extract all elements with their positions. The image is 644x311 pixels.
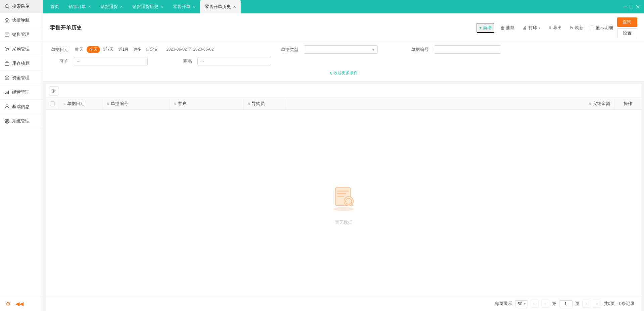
sort-icon[interactable]: ⇅ [63, 102, 66, 106]
page-header: 零售开单历史 + 新增 🗑 删除 🖨 打印 ▾ ⬆ 导出 ↻ [43, 13, 644, 41]
sidebar-item-label: 经营管理 [12, 89, 30, 95]
date-option-last-month[interactable]: 近1月 [117, 46, 130, 53]
tab-bar-right: ─ □ ✕ [623, 4, 641, 10]
date-option-more[interactable]: 更多 [132, 46, 143, 53]
sidebar-item-purchase[interactable]: 采购管理 [0, 42, 43, 56]
window-minimize-icon[interactable]: ─ [623, 4, 627, 10]
search-icon [4, 3, 10, 9]
collapse-more-btn[interactable]: ∧ 收起更多条件 [328, 69, 359, 77]
query-button[interactable]: 查询 [617, 17, 637, 27]
sidebar-item-label: 销售管理 [12, 32, 30, 38]
delete-label: 删除 [506, 25, 515, 31]
first-page-btn[interactable]: « [531, 300, 539, 308]
date-option-today[interactable]: 今天 [87, 46, 100, 53]
main-area: 首页 销售订单 ✕ 销货退货 ✕ 销货退货历史 ✕ 零售开单 ✕ 零售开单历史 … [43, 0, 644, 311]
tab-return-goods-close[interactable]: ✕ [120, 5, 123, 9]
svg-point-13 [6, 105, 8, 107]
doc-number-label: 单据编号 [410, 47, 429, 53]
checkbox-display [590, 25, 594, 30]
sidebar-item-quick-nav[interactable]: 快捷导航 [0, 13, 43, 28]
sort-icon[interactable]: ⇅ [174, 102, 177, 106]
tab-return-goods[interactable]: 销货退货 ✕ [96, 0, 128, 13]
th-customer: ⇅ 客户 [170, 98, 244, 109]
empty-illustration [327, 180, 360, 214]
display-details-toggle[interactable]: 显示明细 [590, 25, 613, 31]
page-label-post: 页 [575, 301, 580, 307]
settings-button[interactable]: 设置 [617, 28, 637, 38]
current-page-input[interactable] [559, 300, 573, 307]
table-header: ⇅ 单据日期 ⇅ 单据编号 ⇅ 客户 ⇅ 导购员 ⇅ 实销金额 [46, 98, 641, 110]
col-customer-label: 客户 [178, 101, 187, 107]
doc-number-input[interactable] [434, 45, 501, 54]
sales-icon [4, 32, 10, 38]
sidebar-item-inventory[interactable]: 库存核算 [0, 56, 43, 71]
tab-sales-order-label: 销售订单 [68, 4, 86, 10]
empty-text: 暂无数据 [335, 219, 352, 225]
table-settings-icon-btn[interactable] [49, 86, 58, 96]
tab-retail-history[interactable]: 零售开单历史 ✕ [200, 0, 241, 13]
add-button[interactable]: + 新增 [477, 23, 494, 33]
sidebar-item-label: 快捷导航 [12, 17, 30, 23]
tab-sales-order-close[interactable]: ✕ [88, 5, 91, 9]
toolbar: + 新增 🗑 删除 🖨 打印 ▾ ⬆ 导出 ↻ 刷新 [477, 17, 637, 38]
sidebar-bottom: ⚙ ◀◀ [0, 296, 43, 311]
print-button[interactable]: 🖨 打印 ▾ [521, 23, 542, 32]
filter-row-collapse: ∧ 收起更多条件 [50, 69, 637, 77]
sidebar-item-label: 库存核算 [12, 60, 30, 66]
collapse-sidebar-icon[interactable]: ◀◀ [15, 300, 23, 308]
print-icon: 🖨 [523, 25, 527, 31]
sidebar-search[interactable]: 搜索采单 [0, 0, 43, 13]
tab-retail-history-close[interactable]: ✕ [233, 5, 236, 9]
total-text: 共0页，0条记录 [604, 301, 635, 307]
date-range-display: 2023-06-02 至 2023-06-02 [166, 47, 213, 52]
sidebar-item-sales[interactable]: 销售管理 [0, 28, 43, 42]
doc-type-select[interactable]: ▾ [304, 45, 378, 54]
sidebar-item-finance[interactable]: ¥ 资金管理 [0, 71, 43, 85]
customer-label: 客户 [50, 58, 68, 64]
customer-input[interactable]: ··· [74, 57, 148, 65]
page-label-pre: 第 [552, 301, 556, 307]
per-page-select[interactable]: 50 ▾ [515, 300, 528, 307]
sidebar-item-operations[interactable]: 经营管理 [0, 85, 43, 100]
tab-return-history[interactable]: 销货退货历史 ✕ [128, 0, 168, 13]
header-checkbox[interactable] [50, 101, 55, 106]
filter-row-customer: 客户 ··· 商品 ··· [50, 57, 637, 65]
date-option-custom[interactable]: 自定义 [145, 46, 159, 53]
tab-return-history-close[interactable]: ✕ [160, 5, 163, 9]
display-details-label: 显示明细 [596, 25, 613, 31]
sort-icon[interactable]: ⇅ [589, 102, 591, 106]
sidebar-item-sys-mgmt[interactable]: 系统管理 [0, 114, 43, 128]
date-option-yesterday[interactable]: 昨天 [74, 46, 85, 53]
tab-retail-open-close[interactable]: ✕ [192, 5, 195, 9]
col-number-label: 单据编号 [111, 101, 128, 107]
print-dropdown-icon: ▾ [539, 26, 540, 30]
tab-bar: 首页 销售订单 ✕ 销货退货 ✕ 销货退货历史 ✕ 零售开单 ✕ 零售开单历史 … [43, 0, 644, 13]
content-area: 零售开单历史 + 新增 🗑 删除 🖨 打印 ▾ ⬆ 导出 ↻ [43, 13, 644, 311]
delete-button[interactable]: 🗑 删除 [498, 23, 517, 32]
goods-input[interactable]: ··· [197, 57, 271, 65]
sort-icon[interactable]: ⇅ [248, 102, 250, 106]
doc-type-label: 单据类型 [280, 47, 298, 53]
tab-return-goods-label: 销货退货 [100, 4, 118, 10]
window-maximize-icon[interactable]: □ [630, 4, 633, 10]
svg-point-15 [334, 207, 354, 211]
tab-home[interactable]: 首页 [46, 0, 64, 13]
sidebar-item-basic-info[interactable]: 基础信息 [0, 100, 43, 114]
refresh-icon: ↻ [570, 25, 574, 31]
svg-rect-19 [337, 196, 344, 197]
date-option-last7[interactable]: 近7天 [102, 46, 115, 53]
th-amount: ⇅ 实销金额 [287, 98, 614, 109]
collapse-label: 收起更多条件 [334, 70, 358, 76]
export-button[interactable]: ⬆ 导出 [546, 23, 564, 32]
sort-icon[interactable]: ⇅ [107, 102, 109, 106]
window-close-icon[interactable]: ✕ [636, 4, 640, 10]
tab-retail-open[interactable]: 零售开单 ✕ [168, 0, 200, 13]
tab-sales-order[interactable]: 销售订单 ✕ [64, 0, 96, 13]
table-container: ⇅ 单据日期 ⇅ 单据编号 ⇅ 客户 ⇅ 导购员 ⇅ 实销金额 [46, 84, 641, 311]
th-number: ⇅ 单据编号 [103, 98, 170, 109]
settings-bottom-icon[interactable]: ⚙ [4, 300, 12, 308]
refresh-button[interactable]: ↻ 刷新 [568, 23, 586, 32]
next-page-btn[interactable]: › [582, 300, 590, 308]
prev-page-btn[interactable]: ‹ [541, 300, 549, 308]
last-page-btn[interactable]: » [593, 300, 601, 308]
